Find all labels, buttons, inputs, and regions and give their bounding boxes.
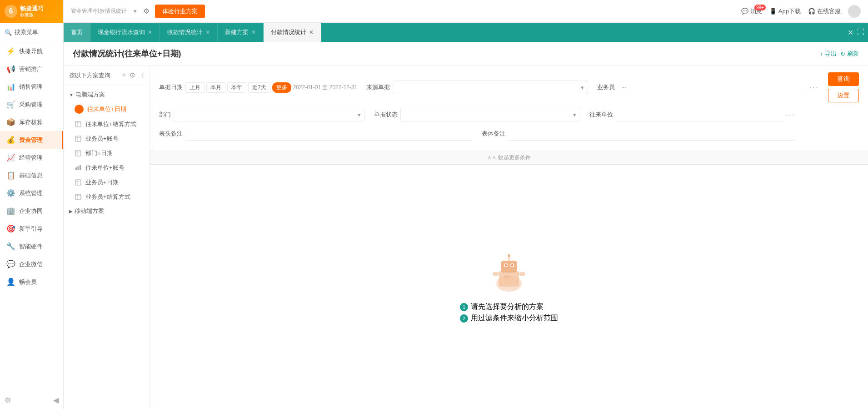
settings-button[interactable]: 设置 <box>828 89 859 102</box>
refresh-button[interactable]: ↻ 刷新 <box>840 50 859 58</box>
source-select[interactable]: ▾ <box>393 81 588 94</box>
scheme-list: ▼ 电脑端方案 ○ 往来单位+日期 往来单位+结算方式 <box>64 85 150 409</box>
header-note-input[interactable] <box>185 127 473 141</box>
tab-receipt-stat-close[interactable]: ✕ <box>205 29 210 35</box>
sidebar-item-member[interactable]: 👤 畅会员 <box>0 273 63 291</box>
app-download-button[interactable]: 📱 App下载 <box>769 7 801 15</box>
date-7days-btn[interactable]: 近7天 <box>248 82 270 93</box>
scheme-item-6[interactable]: 业务员+结算方式 <box>64 190 150 204</box>
partner-dots[interactable]: ··· <box>786 110 795 120</box>
footer-collapse-icon[interactable]: ◀ <box>53 396 59 404</box>
sidebar-item-hardware[interactable]: 🔧 智能硬件 <box>0 237 63 255</box>
scheme-panel-actions: + ⚙ 《 <box>121 71 144 80</box>
export-button[interactable]: ↑ 导出 <box>820 50 837 58</box>
query-button[interactable]: 查询 <box>828 72 859 86</box>
empty-state: ? ! 1 请先选择要分析的方案 2 用过滤条件来缩小分析范围 <box>150 165 868 409</box>
topbar: 资金管理/付款情况统计 ▼ ⚙ 体验行业方案 💬 消息 99+ 📱 App下载 … <box>64 0 868 23</box>
filter-date-cell: 单据日期 上月 本月 本年 近7天 更多 2022-01-01 至 2022-1… <box>159 82 357 93</box>
sidebar-item-purchase[interactable]: 🛒 采购管理 <box>0 96 63 113</box>
app-label: App下载 <box>778 7 801 15</box>
sidebar-item-marketing[interactable]: 📢 营销推广 <box>0 60 63 78</box>
sidebar-nav: ⚡ 快捷导航 📢 营销推广 📊 销售管理 🛒 采购管理 📦 库存核算 💰 资金管… <box>0 42 63 391</box>
trial-button[interactable]: 体验行业方案 <box>155 5 205 18</box>
member-icon: 👤 <box>6 278 15 286</box>
svg-rect-11 <box>80 165 81 170</box>
date-range-text: 2022-01-01 至 2022-12-31 <box>293 84 357 91</box>
date-last-month-btn[interactable]: 上月 <box>185 82 205 93</box>
sidebar-item-finance[interactable]: 💰 资金管理 <box>0 131 63 149</box>
sidebar-item-operation[interactable]: 📈 经营管理 <box>0 149 63 167</box>
sidebar-item-corp[interactable]: 🏢 企业协同 <box>0 202 63 220</box>
sidebar-footer: ⚙ ◀ <box>0 391 63 409</box>
user-avatar[interactable] <box>848 5 861 18</box>
sidebar-item-label: 资金管理 <box>19 136 43 144</box>
breadcrumb-arrow[interactable]: ▼ <box>132 8 138 15</box>
body-note-input[interactable] <box>508 127 795 141</box>
scheme-item-0[interactable]: ○ 往来单位+日期 <box>64 101 150 117</box>
sidebar-search-area[interactable]: 🔍 搜索菜单 <box>0 23 63 42</box>
date-this-month-btn[interactable]: 本月 <box>206 82 225 93</box>
message-badge: 99+ <box>754 5 766 10</box>
main-content: 资金管理/付款情况统计 ▼ ⚙ 体验行业方案 💬 消息 99+ 📱 App下载 … <box>64 0 868 409</box>
scheme-item-1[interactable]: 往来单位+结算方式 <box>64 117 150 131</box>
sidebar-item-guide[interactable]: 🎯 新手引导 <box>0 220 63 237</box>
sidebar-item-quick-nav[interactable]: ⚡ 快捷导航 <box>0 42 63 60</box>
scheme-item-6-icon <box>75 193 82 201</box>
scheme-item-2[interactable]: 业务员+账号 <box>64 131 150 146</box>
topbar-settings-icon[interactable]: ⚙ <box>143 7 150 15</box>
scheme-collapse-icon[interactable]: 《 <box>138 71 144 80</box>
tab-bank-flow-label: 现金银行流水查询 <box>98 28 145 36</box>
sidebar-item-label: 系统管理 <box>19 189 43 197</box>
scheme-item-4[interactable]: 往来单位+账号 <box>64 161 150 175</box>
tab-payment-stat-label: 付款情况统计 <box>271 28 306 36</box>
tab-new-scheme-label: 新建方案 <box>225 28 249 36</box>
message-button[interactable]: 💬 消息 99+ <box>741 7 762 15</box>
search-menu-button[interactable]: 🔍 搜索菜单 <box>5 26 59 38</box>
scheme-settings-icon[interactable]: ⚙ <box>129 71 135 80</box>
online-service-button[interactable]: 🎧 在线客服 <box>808 7 841 15</box>
tab-bank-flow-close[interactable]: ✕ <box>148 29 152 35</box>
sidebar-item-basic[interactable]: 📋 基础信息 <box>0 167 63 184</box>
tab-close-all-icon[interactable]: ✕ <box>848 28 853 37</box>
guide-icon: 🎯 <box>6 224 15 233</box>
filter-status-cell: 单据状态 ▾ <box>374 108 580 121</box>
tab-receipt-stat[interactable]: 收款情况统计 ✕ <box>160 23 218 42</box>
sidebar-item-wechat[interactable]: 💬 企业微信 <box>0 255 63 273</box>
tab-new-scheme[interactable]: 新建方案 ✕ <box>218 23 264 42</box>
partner-input[interactable] <box>616 108 783 121</box>
sidebar-item-inventory[interactable]: 📦 库存核算 <box>0 113 63 131</box>
tab-maximize-icon[interactable]: ⛶ <box>857 28 864 36</box>
scheme-group-desktop-header[interactable]: ▼ 电脑端方案 <box>64 88 150 101</box>
date-this-year-btn[interactable]: 本年 <box>227 82 246 93</box>
dept-select[interactable]: ▾ <box>174 108 365 121</box>
svg-point-24 <box>511 264 513 266</box>
tab-home[interactable]: 首页 <box>64 23 90 42</box>
scheme-item-3-label: 部门+日期 <box>85 149 113 157</box>
scheme-item-4-label: 往来单位+账号 <box>85 164 125 172</box>
scheme-item-1-label: 往来单位+结算方式 <box>85 120 136 128</box>
tab-payment-stat[interactable]: 付款情况统计 ✕ <box>264 23 321 42</box>
salesman-dots[interactable]: ··· <box>809 83 819 92</box>
tab-payment-stat-close[interactable]: ✕ <box>309 29 314 35</box>
scheme-add-icon[interactable]: + <box>121 71 126 80</box>
scheme-item-3[interactable]: 部门+日期 <box>64 146 150 161</box>
salesman-input[interactable] <box>618 81 807 94</box>
salesman-label: 业务员 <box>597 83 615 91</box>
scheme-group-mobile-header[interactable]: ▶ 移动端方案 <box>64 204 150 218</box>
sidebar-item-label: 基础信息 <box>19 172 43 180</box>
empty-tip-2: 2 用过滤条件来缩小分析范围 <box>460 313 558 323</box>
footer-settings-icon[interactable]: ⚙ <box>5 396 11 404</box>
scheme-item-6-label: 业务员+结算方式 <box>85 193 130 201</box>
scheme-item-5[interactable]: 业务员+日期 <box>64 175 150 190</box>
collapse-bar[interactable]: ∧∧ 收起更多条件 <box>150 151 868 165</box>
date-more-btn[interactable]: 更多 <box>272 82 291 93</box>
scheme-panel-label: 按以下方案查询 <box>69 71 110 80</box>
sidebar-item-sales[interactable]: 📊 销售管理 <box>0 78 63 96</box>
scheme-item-3-icon <box>75 150 82 157</box>
sidebar-item-system[interactable]: ⚙️ 系统管理 <box>0 184 63 202</box>
search-icon: 🔍 <box>5 29 12 36</box>
status-select[interactable]: ▾ <box>400 108 580 121</box>
scheme-group-mobile-label: 移动端方案 <box>75 207 104 215</box>
tab-new-scheme-close[interactable]: ✕ <box>251 29 256 35</box>
tab-bank-flow[interactable]: 现金银行流水查询 ✕ <box>90 23 160 42</box>
